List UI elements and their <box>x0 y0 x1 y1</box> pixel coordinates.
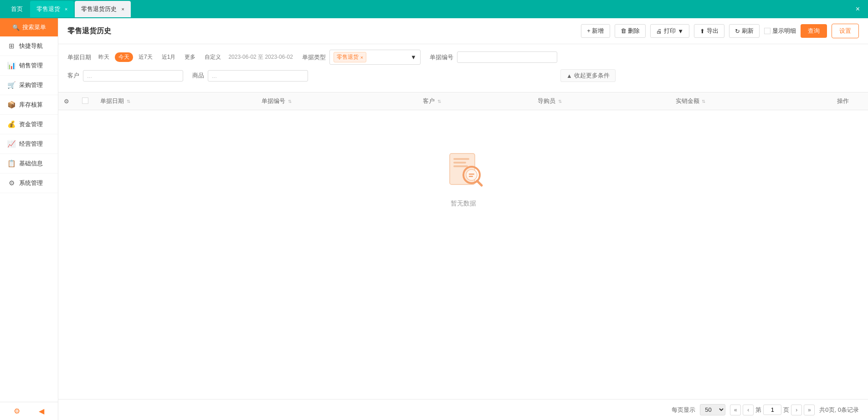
operations-icon: 📈 <box>7 140 15 148</box>
print-btn[interactable]: 🖨 打印 ▼ <box>650 24 689 38</box>
tab-retail-return-history[interactable]: 零售退货历史 × <box>75 1 130 17</box>
col-no[interactable]: 单据编号 ⇅ <box>256 92 417 110</box>
col-customer[interactable]: 客户 ⇅ <box>417 92 532 110</box>
top-bar: 首页 零售退货 × 零售退货历史 × × <box>0 0 868 18</box>
svg-rect-8 <box>469 176 473 177</box>
date-btn-today[interactable]: 今天 <box>115 52 133 62</box>
setting-btn[interactable]: 设置 <box>832 24 859 38</box>
window-close-btn[interactable]: × <box>852 5 863 13</box>
col-action-label: 操作 <box>837 97 849 104</box>
col-date-label: 单据日期 <box>100 97 124 104</box>
select-all-checkbox[interactable] <box>82 97 88 104</box>
table-body: 暂无数据 <box>58 110 868 245</box>
export-btn[interactable]: ⬆ 导出 <box>694 24 724 38</box>
sidebar: 🔍 搜索菜单 ⊞ 快捷导航 📊 销售管理 🛒 采购管理 📦 库存核算 💰 <box>0 18 58 420</box>
export-label: 导出 <box>707 27 719 35</box>
col-no-label: 单据编号 <box>262 97 285 104</box>
first-page-btn[interactable]: « <box>730 405 741 415</box>
collapse-icon: ▲ <box>566 72 572 79</box>
type-tag-close[interactable]: × <box>360 55 363 60</box>
col-check[interactable] <box>77 92 95 110</box>
collapse-label: 收起更多条件 <box>574 72 610 80</box>
home-icon: ⊞ <box>7 42 15 50</box>
goods-label: 商品 <box>192 72 204 80</box>
next-page-btn[interactable]: › <box>791 405 802 415</box>
type-filter-label: 单据类型 <box>302 53 326 61</box>
tab-retail-return-close[interactable]: × <box>65 6 67 12</box>
customer-select[interactable]: ... <box>83 70 183 82</box>
page-input-suffix: 页 <box>783 406 789 414</box>
page-nav: « ‹ 第 页 › » <box>730 405 815 415</box>
col-amount-sort: ⇅ <box>702 99 705 104</box>
refresh-btn[interactable]: ↻ 刷新 <box>729 24 760 38</box>
sidebar-item-operations[interactable]: 📈 经营管理 <box>0 134 58 154</box>
col-no-sort: ⇅ <box>288 99 292 104</box>
col-date[interactable]: 单据日期 ⇅ <box>95 92 256 110</box>
content-area: 零售退货历史 + 新增 🗑 删除 🖨 打印 ▼ ⬆ 导出 ↻ 刷新 <box>58 18 868 420</box>
sidebar-item-basic-info[interactable]: 📋 基础信息 <box>0 154 58 174</box>
svg-rect-1 <box>453 158 469 160</box>
sidebar-item-system[interactable]: ⚙ 系统管理 <box>0 174 58 193</box>
sidebar-item-quick-nav[interactable]: ⊞ 快捷导航 <box>0 36 58 56</box>
page-size-label: 每页显示 <box>672 406 695 414</box>
sidebar-item-purchase[interactable]: 🛒 采购管理 <box>0 76 58 95</box>
date-btn-1month[interactable]: 近1月 <box>158 52 180 62</box>
delete-btn[interactable]: 🗑 删除 <box>615 24 646 38</box>
filter-row-1: 单据日期 昨天 今天 近7天 近1月 更多 自定义 2023-06-02 至 2… <box>67 50 859 65</box>
date-btn-custom[interactable]: 自定义 <box>201 52 225 62</box>
page-title: 零售退货历史 <box>67 26 111 41</box>
inventory-icon: 📦 <box>7 101 15 109</box>
date-filter-label: 单据日期 <box>67 53 91 61</box>
sidebar-search-label: 搜索菜单 <box>22 23 46 31</box>
tab-home[interactable]: 首页 <box>5 1 29 17</box>
query-btn[interactable]: 查询 <box>801 24 827 38</box>
customer-label: 客户 <box>67 72 79 80</box>
voucher-no-input[interactable] <box>457 51 557 63</box>
sidebar-item-inventory[interactable]: 📦 库存核算 <box>0 95 58 115</box>
purchase-icon: 🛒 <box>7 81 15 89</box>
type-select[interactable]: 零售退货 × ▼ <box>329 50 421 65</box>
refresh-label: 刷新 <box>742 27 754 35</box>
export-icon: ⬆ <box>700 28 705 35</box>
tab-retail-return-history-close[interactable]: × <box>121 6 124 12</box>
settings-icon: ⚙ <box>64 98 69 105</box>
data-table: ⚙ 单据日期 ⇅ 单据编号 ⇅ <box>58 92 868 244</box>
collapse-conditions-btn[interactable]: ▲ 收起更多条件 <box>560 69 616 82</box>
date-btn-more[interactable]: 更多 <box>181 52 199 62</box>
sidebar-search[interactable]: 🔍 搜索菜单 <box>0 18 58 36</box>
finance-icon: 💰 <box>7 120 15 128</box>
prev-page-btn[interactable]: ‹ <box>743 405 754 415</box>
goods-select[interactable]: ... <box>208 70 308 82</box>
basic-info-icon: 📋 <box>7 159 15 168</box>
filter-area: 单据日期 昨天 今天 近7天 近1月 更多 自定义 2023-06-02 至 2… <box>58 44 868 92</box>
sidebar-menu: ⊞ 快捷导航 📊 销售管理 🛒 采购管理 📦 库存核算 💰 资金管理 📈 <box>0 36 58 402</box>
sidebar-collapse-btn[interactable]: ◀ <box>39 407 44 415</box>
date-btn-7days[interactable]: 近7天 <box>135 52 156 62</box>
main-layout: 🔍 搜索菜单 ⊞ 快捷导航 📊 销售管理 🛒 采购管理 📦 库存核算 💰 <box>0 18 868 420</box>
table-area: ⚙ 单据日期 ⇅ 单据编号 ⇅ <box>58 92 868 399</box>
show-detail-toggle[interactable]: 显示明细 <box>764 27 796 35</box>
col-guide[interactable]: 导购员 ⇅ <box>532 92 670 110</box>
sidebar-settings-btn[interactable]: ⚙ <box>14 407 20 415</box>
sales-icon: 📊 <box>7 61 15 70</box>
search-icon: 🔍 <box>12 24 20 31</box>
type-tag: 零售退货 × <box>334 52 366 62</box>
col-setting[interactable]: ⚙ <box>58 92 77 110</box>
empty-state: 暂无数据 <box>58 110 868 244</box>
col-amount[interactable]: 实销金额 ⇅ <box>670 92 832 110</box>
sidebar-item-finance[interactable]: 💰 资金管理 <box>0 115 58 134</box>
last-page-btn[interactable]: » <box>804 405 815 415</box>
show-detail-checkbox[interactable] <box>764 28 770 34</box>
page-info: 第 页 <box>755 405 789 415</box>
date-range-display: 2023-06-02 至 2023-06-02 <box>228 53 293 61</box>
tab-retail-return[interactable]: 零售退货 × <box>30 1 74 17</box>
customer-placeholder: ... <box>87 72 92 79</box>
page-size-select[interactable]: 20 50 100 <box>700 404 725 415</box>
date-btn-yesterday[interactable]: 昨天 <box>95 52 113 62</box>
total-info: 共0页, 0条记录 <box>819 406 859 414</box>
sidebar-item-purchase-label: 采购管理 <box>19 81 43 89</box>
page-number-input[interactable] <box>763 405 781 415</box>
voucher-no-label: 单据编号 <box>430 53 453 61</box>
sidebar-item-sales[interactable]: 📊 销售管理 <box>0 56 58 76</box>
new-btn[interactable]: + 新增 <box>581 24 610 38</box>
